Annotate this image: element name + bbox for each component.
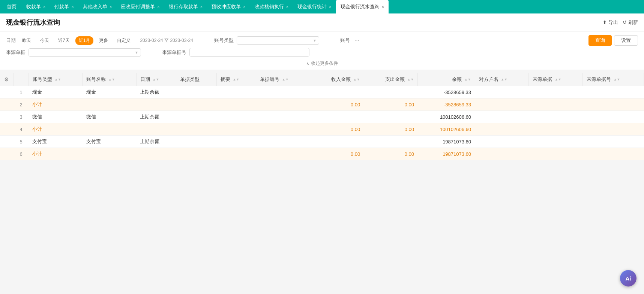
cell-doc-type <box>176 136 217 148</box>
col-account-name[interactable]: 账号名称 ▲▼ <box>83 73 137 86</box>
sort-icon: ▲▼ <box>54 78 61 81</box>
date-range-display: 2023-02-24 至 2023-03-24 <box>140 37 193 44</box>
cell-counterparty <box>475 111 529 123</box>
close-icon[interactable]: × <box>329 4 331 9</box>
collapse-bar[interactable]: ∧ 收起更多条件 <box>6 59 638 67</box>
refresh-button[interactable]: ↺ 刷新 <box>623 19 638 26</box>
sort-icon: ▲▼ <box>282 78 289 81</box>
close-icon[interactable]: × <box>286 4 288 9</box>
chevron-down-icon: ▾ <box>314 38 316 43</box>
cell-account-type: 小计 <box>29 148 83 160</box>
cell-doc-no <box>256 86 310 98</box>
cell-balance: -3528659.33 <box>418 98 475 111</box>
date-1month[interactable]: 近1月 <box>75 36 94 45</box>
filter-row-1: 日期 昨天 今天 近7天 近1月 更多 自定义 2023-02-24 至 202… <box>6 35 638 46</box>
source-doc-no-label: 来源单据号 <box>162 49 186 56</box>
export-button[interactable]: ⬆ 导出 <box>603 19 618 26</box>
settings-button[interactable]: 设置 <box>614 35 638 46</box>
cell-gear <box>0 148 14 160</box>
close-icon[interactable]: × <box>71 4 74 9</box>
nav-tab-1[interactable]: 付款单 × <box>50 0 78 13</box>
table-row: 3微信微信上期余额100102606.60 <box>0 111 644 123</box>
cell-income <box>310 86 364 98</box>
date-options: 昨天 今天 近7天 近1月 更多 自定义 <box>19 36 134 45</box>
col-doc-no[interactable]: 单据编号 ▲▼ <box>256 73 310 86</box>
sort-icon: ▲▼ <box>353 78 360 81</box>
cell-date <box>136 123 176 136</box>
source-doc-select[interactable]: ▾ <box>29 48 141 57</box>
col-income[interactable]: 收入金额 ▲▼ <box>310 73 364 86</box>
nav-tab-5[interactable]: 预收冲应收单 × <box>207 0 250 13</box>
cell-gear <box>0 123 14 136</box>
date-today[interactable]: 今天 <box>37 36 53 45</box>
cell-summary <box>216 148 256 160</box>
nav-tab-6[interactable]: 收款核销执行 × <box>250 0 293 13</box>
close-icon[interactable]: × <box>243 4 245 9</box>
account-type-label: 账号类型 <box>214 37 234 44</box>
close-icon[interactable]: × <box>200 4 203 9</box>
cell-date: 上期余额 <box>136 111 176 123</box>
table-row: 6小计0.000.0019871073.60 <box>0 148 644 160</box>
date-custom[interactable]: 自定义 <box>114 36 134 45</box>
query-button[interactable]: 查询 <box>588 35 612 46</box>
settings-gear-icon[interactable]: ⚙ <box>4 76 9 82</box>
col-doc-type[interactable]: 单据类型 <box>176 73 217 86</box>
account-dots[interactable]: ··· <box>353 37 361 44</box>
date-7days[interactable]: 近7天 <box>55 36 73 45</box>
account-label: 账号 <box>340 37 350 44</box>
col-source-doc[interactable]: 来源单据 ▲▼ <box>529 73 583 86</box>
source-doc-no-input[interactable] <box>189 48 309 57</box>
close-icon[interactable]: × <box>157 4 159 9</box>
col-date[interactable]: 日期 ▲▼ <box>136 73 176 86</box>
cell-expense: 0.00 <box>364 123 418 136</box>
col-source-doc-no[interactable]: 来源单据号 ▲▼ <box>583 73 644 86</box>
cell-date <box>136 148 176 160</box>
filter-area: 日期 昨天 今天 近7天 近1月 更多 自定义 2023-02-24 至 202… <box>0 31 644 70</box>
account-type-select[interactable]: ▾ <box>237 36 319 45</box>
col-counterparty[interactable]: 对方户名 ▲▼ <box>475 73 529 86</box>
col-balance[interactable]: 余额 ▲▼ <box>418 73 475 86</box>
cell-balance: 19871073.60 <box>418 148 475 160</box>
cell-doc-no <box>256 98 310 111</box>
col-expense[interactable]: 支出金额 ▲▼ <box>364 73 418 86</box>
cell-summary <box>216 111 256 123</box>
page-title: 现金银行流水查询 <box>6 18 60 27</box>
cell-expense <box>364 86 418 98</box>
nav-tab-4[interactable]: 银行存取款单 × <box>164 0 207 13</box>
nav-tab-2[interactable]: 其他收入单 × <box>78 0 116 13</box>
col-account-type[interactable]: 账号类型 ▲▼ <box>29 73 83 86</box>
close-icon[interactable]: × <box>382 4 384 9</box>
date-filter-item: 日期 昨天 今天 近7天 近1月 更多 自定义 2023-02-24 至 202… <box>6 36 193 45</box>
cell-num: 1 <box>14 86 29 98</box>
col-summary[interactable]: 摘要 ▲▼ <box>216 73 256 86</box>
cell-income <box>310 136 364 148</box>
cell-account-type: 小计 <box>29 98 83 111</box>
cell-account-name: 现金 <box>83 86 137 98</box>
cell-account-name: 支付宝 <box>83 136 137 148</box>
nav-home[interactable]: 首页 <box>2 0 22 13</box>
filter-row-2: 来源单据 ▾ 来源单据号 <box>6 48 638 57</box>
cell-source-doc <box>529 86 583 98</box>
sort-icon: ▲▼ <box>501 78 507 81</box>
cell-num: 2 <box>14 98 29 111</box>
cell-date <box>136 98 176 111</box>
nav-tab-0[interactable]: 收款单 × <box>22 0 50 13</box>
cell-summary <box>216 98 256 111</box>
nav-tab-8[interactable]: 现金银行流水查询 × <box>336 0 389 13</box>
close-icon[interactable]: × <box>43 4 45 9</box>
close-icon[interactable]: × <box>110 4 112 9</box>
chevron-up-icon: ∧ <box>306 61 309 66</box>
cell-doc-type <box>176 148 217 160</box>
cell-expense <box>364 111 418 123</box>
cell-balance: -3528659.33 <box>418 86 475 98</box>
table-row: 2小计0.000.00-3528659.33 <box>0 98 644 111</box>
date-more[interactable]: 更多 <box>96 36 111 45</box>
account-type-filter-item: 账号类型 ▾ <box>214 36 319 45</box>
nav-tab-3[interactable]: 应收应付调整单 × <box>116 0 164 13</box>
nav-tab-7[interactable]: 现金银行统计 × <box>293 0 336 13</box>
date-yesterday[interactable]: 昨天 <box>19 36 35 45</box>
col-num <box>14 73 29 86</box>
cell-num: 3 <box>14 111 29 123</box>
header-actions: ⬆ 导出 ↺ 刷新 <box>603 19 638 26</box>
cell-date: 上期余额 <box>136 86 176 98</box>
